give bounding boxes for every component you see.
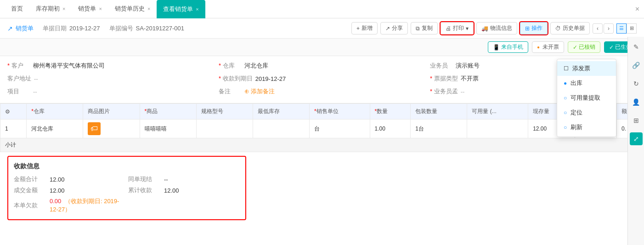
tab-bar: 首页 库存期初 × 销货单 × 销货单历史 × 查看销货单 × × bbox=[0, 0, 644, 18]
print-dropdown-arrow: ▾ bbox=[466, 25, 469, 32]
history-button[interactable]: ⏱ 历史单据 bbox=[550, 22, 590, 34]
dropdown-outbound[interactable]: ● 出库 bbox=[557, 76, 616, 91]
project-field: 项目 -- bbox=[7, 87, 214, 96]
not-opened-button[interactable]: 未开票 bbox=[532, 41, 564, 53]
transaction-label: 成交金额 bbox=[14, 186, 46, 194]
logistics-icon: 🚚 bbox=[481, 25, 488, 32]
copy-button[interactable]: ⧉ 复制 bbox=[411, 22, 438, 34]
note-field: 备注 ⊕ 添加备注 bbox=[219, 87, 425, 96]
outbound-icon: ● bbox=[564, 80, 567, 86]
doc-date-value: 2019-12-27 bbox=[69, 25, 100, 32]
tab-view-sales-label: 查看销货单 bbox=[163, 5, 193, 13]
operations-button[interactable]: ⊞ 操作 bbox=[520, 22, 548, 34]
check2-icon: ✓ bbox=[609, 44, 614, 51]
total-label: 金额合计 bbox=[14, 175, 46, 183]
col-product: *商品 bbox=[140, 104, 196, 120]
add-note-button[interactable]: ⊕ 添加备注 bbox=[244, 87, 275, 96]
product-image: 🏷 bbox=[88, 122, 101, 135]
form-section: 客户 柳州粤港平安气体有限公司 仓库 河北仓库 业务员 演示账号 客户地址 --… bbox=[0, 56, 644, 103]
col-warehouse: *仓库 bbox=[27, 104, 83, 120]
list-view-btn[interactable]: ☰ bbox=[616, 23, 627, 34]
payment-date-value[interactable]: 2019-12-27 bbox=[255, 75, 286, 82]
doc-type-label: 销货单 bbox=[16, 24, 34, 33]
add-invoice-label: 添发票 bbox=[572, 64, 590, 73]
cumulative-row: 累计收款 12.00 bbox=[128, 186, 240, 194]
share-icon: ↗ bbox=[385, 25, 390, 32]
dropdown-locate[interactable]: ○ 定位 bbox=[557, 105, 616, 120]
link-icon[interactable]: 🔗 bbox=[630, 59, 643, 72]
verified-button[interactable]: ✓ 已核销 bbox=[568, 41, 600, 53]
operations-dropdown: ☐ 添发票 ● 出库 ○ 可用量提取 ○ 定位 ○ 刷新 bbox=[557, 59, 616, 137]
history-icon: ⏱ bbox=[555, 25, 561, 32]
tab-inventory-init-close[interactable]: × bbox=[62, 6, 65, 11]
transaction-value: 12.00 bbox=[50, 187, 65, 194]
tab-home-label: 首页 bbox=[11, 5, 23, 13]
new-button[interactable]: + 新增 bbox=[351, 22, 378, 34]
ticket-type-value: 不开票 bbox=[461, 74, 479, 83]
doc-date-label: 单据日期 bbox=[43, 24, 67, 33]
expand-icon[interactable]: ⤢ bbox=[630, 132, 643, 145]
doc-title: ↗ 销货单 bbox=[7, 24, 34, 33]
grid-view-btn[interactable]: ⊞ bbox=[627, 23, 637, 34]
row-available bbox=[467, 120, 528, 138]
tab-inventory-init[interactable]: 库存期初 × bbox=[29, 0, 72, 18]
customer-field: 客户 柳州粤港平安气体有限公司 bbox=[7, 62, 214, 70]
table-view-icon[interactable]: ⊞ bbox=[630, 114, 643, 127]
tab-sales-order-label: 销货单 bbox=[78, 5, 96, 13]
nav-prev[interactable]: ‹ bbox=[593, 23, 603, 34]
warehouse-field: 仓库 河北仓库 bbox=[219, 62, 425, 70]
refresh-dropdown-icon: ○ bbox=[564, 124, 567, 131]
tab-view-sales-close[interactable]: × bbox=[196, 6, 198, 12]
nav-next[interactable]: › bbox=[604, 23, 614, 34]
table-row: 1 河北仓库 🏷 嘻嘻嘻嘻 台 1.00 1台 12.00 12.00 0. bbox=[0, 120, 644, 138]
dropdown-available-qty[interactable]: ○ 可用量提取 bbox=[557, 91, 616, 105]
col-package-qty: 包装数量 bbox=[411, 104, 467, 120]
same-order-row: 同单现结 -- bbox=[128, 175, 240, 183]
user-icon[interactable]: 👤 bbox=[630, 96, 643, 108]
window-close-button[interactable]: × bbox=[635, 5, 639, 13]
subtotal-label: 小计 bbox=[0, 138, 644, 152]
note-label: 备注 bbox=[219, 87, 242, 96]
tab-sales-order-close[interactable]: × bbox=[99, 6, 102, 11]
print-button[interactable]: 🖨 打印 ▾ bbox=[441, 22, 474, 34]
doc-number-meta: 单据编号 SA-20191227-001 bbox=[109, 24, 185, 33]
dropdown-refresh[interactable]: ○ 刷新 bbox=[557, 120, 616, 135]
available-qty-label: 可用量提取 bbox=[571, 94, 600, 102]
doc-header: ↗ 销货单 单据日期 2019-12-27 单据编号 SA-20191227-0… bbox=[0, 18, 644, 39]
cumulative-value: 12.00 bbox=[164, 187, 179, 194]
tab-sales-order[interactable]: 销货单 × bbox=[72, 0, 108, 18]
project-label: 项目 bbox=[7, 87, 30, 96]
tab-sales-history[interactable]: 销货单历史 × bbox=[108, 0, 157, 18]
col-settings[interactable]: ⚙ bbox=[0, 104, 27, 120]
col-spec: 规格型号 bbox=[196, 104, 253, 120]
phone-icon: 📱 bbox=[493, 44, 500, 51]
dropdown-add-invoice[interactable]: ☐ 添发票 bbox=[557, 61, 616, 76]
logistics-button[interactable]: 🚚 物流信息 bbox=[476, 22, 517, 34]
refresh-sidebar-icon[interactable]: ↻ bbox=[630, 77, 643, 90]
doc-number-value: SA-20191227-001 bbox=[136, 25, 185, 32]
form-row-2: 客户地址 -- 收款到期日 2019-12-27 票据类型 不开票 bbox=[7, 74, 637, 83]
edit-icon[interactable]: ✎ bbox=[630, 40, 643, 53]
tab-view-sales[interactable]: 查看销货单 × bbox=[157, 0, 205, 18]
tab-sales-history-label: 销货单历史 bbox=[115, 5, 145, 13]
copy-icon: ⧉ bbox=[416, 25, 420, 32]
warehouse-value[interactable]: 河北仓库 bbox=[244, 62, 268, 70]
doc-type-icon: ↗ bbox=[7, 25, 13, 32]
toolbar-row: 📱 来自手机 未开票 ✓ 已核销 ✓ 已生效 bbox=[0, 39, 644, 56]
total-row: 金额合计 12.00 bbox=[14, 175, 125, 183]
same-order-label: 同单现结 bbox=[128, 175, 160, 183]
tab-home[interactable]: 首页 bbox=[5, 0, 29, 18]
from-phone-button[interactable]: 📱 来自手机 bbox=[488, 41, 528, 53]
main-content: ✎ 🔗 ↻ 👤 ⊞ ⤢ ↗ 销货单 单据日期 2019-12-27 单据编号 S… bbox=[0, 18, 644, 245]
doc-actions: + 新增 ↗ 分享 ⧉ 复制 🖨 打印 ▾ 🚚 物流信息 ⊞ 操 bbox=[351, 22, 637, 34]
address-field: 客户地址 -- bbox=[7, 74, 214, 83]
share-button[interactable]: ↗ 分享 bbox=[380, 22, 408, 34]
outbound-label: 出库 bbox=[571, 79, 582, 87]
customer-value[interactable]: 柳州粤港平安气体有限公司 bbox=[33, 62, 105, 70]
tab-sales-history-close[interactable]: × bbox=[147, 6, 150, 11]
doc-number-label: 单据编号 bbox=[109, 24, 133, 33]
row-quantity: 1.00 bbox=[370, 120, 411, 138]
cumulative-label: 累计收款 bbox=[128, 186, 160, 194]
payment-grid: 金额合计 12.00 同单现结 -- 成交金额 12.00 累计收款 12.00… bbox=[14, 175, 240, 214]
row-no: 1 bbox=[0, 120, 27, 138]
